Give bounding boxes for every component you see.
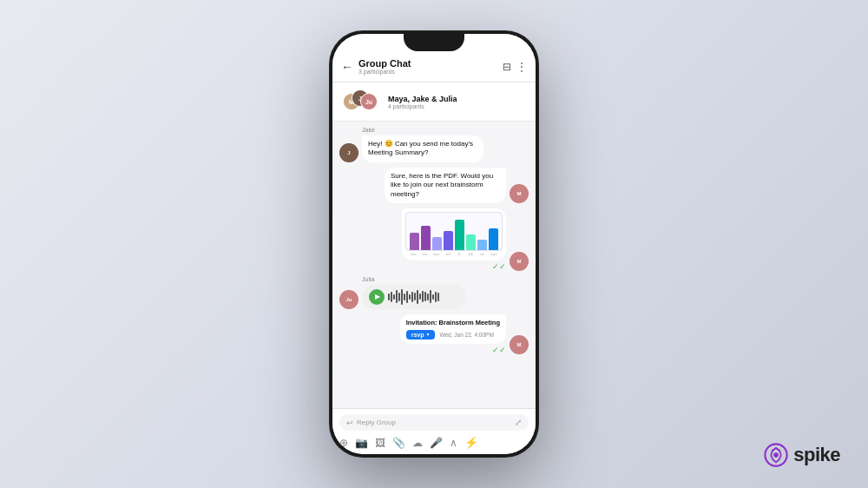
edit-icon[interactable]: ⊟ xyxy=(503,61,511,73)
jake-avatar: J xyxy=(339,143,358,162)
chart-label-3: mus. xyxy=(432,252,442,256)
spike-icon-svg xyxy=(764,443,788,467)
toolbar: ⊕ 📷 🖼 📎 ☁ 🎤 ∧ ⚡ xyxy=(339,436,529,449)
me-avatar-1: M xyxy=(510,184,529,203)
message-row-jake: J Jake Hey! 😊 Can you send me today's Me… xyxy=(339,127,529,162)
chart-bar-6 xyxy=(466,234,476,250)
rsvp-button[interactable]: rsvp ▼ xyxy=(406,330,436,340)
julia-avatar: Ju xyxy=(339,290,358,309)
image-icon[interactable]: 🖼 xyxy=(375,437,385,449)
group-name: Maya, Jake & Julia xyxy=(388,95,457,103)
play-icon: ▶ xyxy=(375,293,380,300)
chart-label-6: lab. xyxy=(466,252,476,256)
chart-labels: sav. chk. mus. trvl E. lab. inc. mgn. xyxy=(405,251,503,257)
waveform xyxy=(388,289,459,305)
group-info: M J Ju Maya, Jake & Julia 4 participants xyxy=(332,82,536,122)
chat-body: J Jake Hey! 😊 Can you send me today's Me… xyxy=(332,122,536,408)
chart-label-1: sav. xyxy=(409,252,418,256)
wave-bar xyxy=(393,294,395,300)
input-bar: ↩ Reply Group ⤢ ⊕ 📷 🖼 📎 ☁ 🎤 ∧ ⚡ xyxy=(332,408,536,454)
chart-bar-2 xyxy=(421,226,431,250)
mic-icon[interactable]: 🎤 xyxy=(430,437,443,449)
wave-bar xyxy=(424,292,426,301)
chat-title: Group Chat xyxy=(358,58,497,69)
chart-bar-8 xyxy=(489,228,498,250)
chart-area xyxy=(405,212,503,251)
group-avatars: M J Ju xyxy=(343,89,381,114)
rsvp-label: rsvp xyxy=(411,332,424,338)
chart-bubble: sav. chk. mus. trvl E. lab. inc. mgn. xyxy=(402,208,506,260)
reply-icon: ↩ xyxy=(346,419,353,427)
sent-text-bubble: Sure, here is the PDF. Would you like to… xyxy=(385,168,506,203)
expand-icon[interactable]: ⤢ xyxy=(515,418,522,427)
wave-bar xyxy=(388,293,390,300)
wave-bar xyxy=(406,291,408,303)
chevron-up-icon[interactable]: ∧ xyxy=(450,437,457,449)
chart-label-4: trvl xyxy=(444,252,453,256)
attachment-icon[interactable]: 📎 xyxy=(392,437,405,449)
group-name-block: Maya, Jake & Julia 4 participants xyxy=(388,95,457,109)
wave-bar xyxy=(409,294,411,300)
back-button[interactable]: ← xyxy=(341,60,353,74)
chart-label-8: mgn. xyxy=(490,252,499,256)
message-row-julia-voice: Ju Julia ▶ xyxy=(339,276,529,309)
invite-date: Wed, Jan 22, 4:00PM xyxy=(439,332,493,338)
wave-bar xyxy=(419,293,421,300)
chat-subtitle: 3 participants xyxy=(358,69,497,75)
invite-tick: ✓✓ xyxy=(400,346,506,354)
invite-content: Invitation: Brainstorm Meeting rsvp ▼ We… xyxy=(400,314,506,354)
reply-placeholder: Reply Group xyxy=(357,419,511,426)
me-avatar-2: M xyxy=(510,252,529,271)
wave-bar xyxy=(435,292,437,302)
wave-bar xyxy=(422,291,424,302)
chart-bar-7 xyxy=(477,240,487,250)
avatar-julia: Ju xyxy=(360,93,378,110)
phone-notch xyxy=(404,34,464,51)
chart-bar-4 xyxy=(444,231,453,250)
phone-shell: ← Group Chat 3 participants ⊟ ⋮ M J Ju xyxy=(330,31,538,457)
add-icon[interactable]: ⊕ xyxy=(339,437,348,449)
rsvp-dropdown-icon: ▼ xyxy=(425,332,430,337)
jake-message-content: Jake Hey! 😊 Can you send me today's Meet… xyxy=(362,127,483,162)
chart-label-5: E. xyxy=(455,252,464,256)
cloud-icon[interactable]: ☁ xyxy=(412,437,423,449)
wave-bar xyxy=(417,290,418,304)
wave-bar xyxy=(404,293,405,300)
chart-bar-1 xyxy=(410,233,419,250)
julia-voice-content: Julia ▶ xyxy=(362,276,466,309)
sent-tick: ✓✓ xyxy=(402,262,506,271)
group-participants: 4 participants xyxy=(388,103,457,109)
me-avatar-3: M xyxy=(510,335,529,354)
message-row-chart: M xyxy=(339,208,529,271)
sent-text-content: Sure, here is the PDF. Would you like to… xyxy=(385,168,506,203)
more-icon[interactable]: ⋮ xyxy=(516,61,527,73)
svg-point-1 xyxy=(773,452,779,458)
chart-label-2: chk. xyxy=(420,252,430,256)
voice-bubble[interactable]: ▶ xyxy=(362,285,466,309)
lightning-icon[interactable]: ⚡ xyxy=(464,436,478,449)
header-title-block: Group Chat 3 participants xyxy=(358,58,497,75)
spike-name: spike xyxy=(793,444,840,466)
invite-actions: rsvp ▼ Wed, Jan 22, 4:00PM xyxy=(406,330,500,340)
chart-bar-3 xyxy=(432,237,442,250)
invite-title: Invitation: Brainstorm Meeting xyxy=(406,319,500,326)
spike-logo: spike xyxy=(764,443,840,467)
play-button[interactable]: ▶ xyxy=(369,289,385,305)
camera-icon[interactable]: 📷 xyxy=(355,437,368,449)
wave-bar xyxy=(427,293,429,300)
reply-area[interactable]: ↩ Reply Group ⤢ xyxy=(339,414,529,431)
wave-bar xyxy=(401,289,403,305)
chart-bar-5 xyxy=(455,220,464,250)
wave-bar xyxy=(398,293,400,301)
message-row-invite: M Invitation: Brainstorm Meeting rsvp ▼ … xyxy=(339,314,529,354)
wave-bar xyxy=(437,293,439,301)
phone-screen: ← Group Chat 3 participants ⊟ ⋮ M J Ju xyxy=(332,34,536,454)
wave-bar xyxy=(391,292,392,302)
invite-bubble: Invitation: Brainstorm Meeting rsvp ▼ We… xyxy=(400,314,506,344)
chart-label-7: inc. xyxy=(478,252,488,256)
wave-bar xyxy=(411,292,413,302)
chart-content: sav. chk. mus. trvl E. lab. inc. mgn. ✓✓ xyxy=(402,208,506,271)
wave-bar xyxy=(396,290,398,303)
header-icons: ⊟ ⋮ xyxy=(503,61,527,73)
jake-bubble: Hey! 😊 Can you send me today's Meeting S… xyxy=(362,135,483,162)
